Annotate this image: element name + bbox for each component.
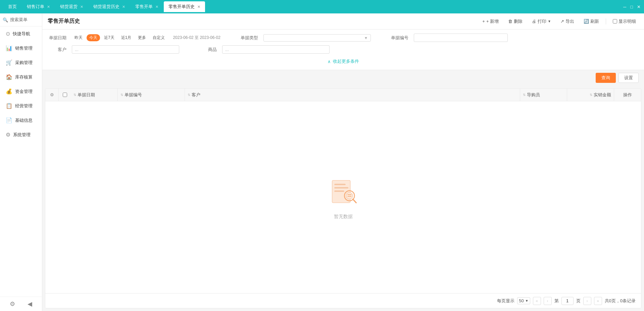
last-page-button[interactable]: » bbox=[594, 297, 602, 305]
sidebar-search-label: 搜索菜单 bbox=[10, 17, 28, 23]
add-button[interactable]: + + 新增 bbox=[480, 17, 501, 26]
th-ops-label: 操作 bbox=[623, 92, 632, 98]
display-detail-checkbox[interactable] bbox=[613, 19, 617, 23]
sidebar-item-inventory[interactable]: 🏠 库存核算 bbox=[0, 70, 42, 84]
sidebar-item-sys-mgmt-label: 系统管理 bbox=[13, 132, 31, 138]
tab-retail-history-close[interactable]: ✕ bbox=[197, 5, 200, 9]
date-filter-label: 单据日期 bbox=[48, 35, 66, 41]
search-icon: 🔍 bbox=[3, 17, 8, 22]
goods-select[interactable]: ... bbox=[222, 45, 330, 54]
doc-type-label: 单据类型 bbox=[239, 35, 258, 41]
sidebar-item-sys-mgmt[interactable]: ⚙ 系统管理 bbox=[0, 127, 42, 142]
date-btn-last7[interactable]: 近7天 bbox=[101, 34, 117, 41]
empty-state: 暂无数据 bbox=[45, 101, 641, 293]
tab-sales-return-history-close[interactable]: ✕ bbox=[122, 5, 125, 9]
tab-sales-order-label: 销售订单 bbox=[27, 4, 44, 10]
top-bar: 首页 销售订单 ✕ 销货退货 ✕ 销货退货历史 ✕ 零售开单 ✕ 零售开单历史 … bbox=[0, 0, 644, 13]
next-page-button[interactable]: › bbox=[583, 297, 591, 305]
tab-home[interactable]: 首页 bbox=[3, 1, 21, 12]
date-filter-buttons: 昨天 今天 近7天 近1月 更多 自定义 bbox=[72, 34, 167, 41]
ops-mgmt-icon: 📋 bbox=[6, 103, 12, 109]
page-label-suffix: 页 bbox=[576, 298, 581, 304]
sidebar-item-ops-mgmt-label: 经营管理 bbox=[15, 103, 33, 109]
window-controls: ─ □ ✕ bbox=[623, 4, 641, 9]
doc-type-select[interactable]: ▼ bbox=[263, 34, 371, 42]
sidebar-item-basic-info[interactable]: 📄 基础信息 bbox=[0, 113, 42, 127]
sidebar-item-basic-info-label: 基础信息 bbox=[15, 117, 33, 123]
page-label-pre: 第 bbox=[554, 298, 559, 304]
window-close-button[interactable]: ✕ bbox=[637, 4, 641, 9]
settings-icon[interactable]: ⚙ bbox=[10, 300, 15, 308]
tab-retail-history[interactable]: 零售开单历史 ✕ bbox=[164, 1, 205, 12]
th-guide[interactable]: ⇅ 导购员 bbox=[520, 89, 567, 101]
add-icon: + bbox=[482, 19, 485, 24]
export-button[interactable]: ↗ 导出 bbox=[558, 17, 577, 26]
sort-icon-amount: ⇅ bbox=[590, 93, 592, 97]
collapse-sidebar-icon[interactable]: ◀ bbox=[28, 300, 32, 308]
sort-icon-date: ⇅ bbox=[73, 93, 76, 97]
page-header: 零售开单历史 + + 新增 🗑 删除 🖨 打印 ▼ ↗ 导出 bbox=[42, 13, 644, 30]
inventory-icon: 🏠 bbox=[6, 74, 12, 80]
date-btn-last-month[interactable]: 近1月 bbox=[118, 34, 134, 41]
date-btn-today[interactable]: 今天 bbox=[87, 34, 100, 41]
sidebar-item-sales-mgmt-label: 销售管理 bbox=[15, 45, 33, 51]
sidebar-item-finance-label: 资金管理 bbox=[15, 89, 33, 95]
sidebar-search[interactable]: 🔍 搜索菜单 bbox=[0, 13, 42, 27]
svg-rect-1 bbox=[334, 184, 345, 185]
window-max-button[interactable]: □ bbox=[630, 4, 633, 9]
sidebar-item-ops-mgmt[interactable]: 📋 经营管理 bbox=[0, 99, 42, 113]
th-no[interactable]: ⇅ 单据编号 bbox=[118, 89, 185, 101]
tab-sales-order[interactable]: 销售订单 ✕ bbox=[22, 1, 55, 12]
table-settings-icon[interactable]: ⚙ bbox=[45, 89, 59, 101]
customer-select[interactable]: ... bbox=[72, 45, 179, 54]
table-select-all[interactable] bbox=[59, 89, 71, 101]
tab-sales-return-history[interactable]: 销货退货历史 ✕ bbox=[89, 1, 130, 12]
select-all-checkbox[interactable] bbox=[63, 93, 67, 97]
page-number-input[interactable] bbox=[561, 297, 574, 305]
tab-sales-return[interactable]: 销货退货 ✕ bbox=[55, 1, 88, 12]
tab-retail-open-close[interactable]: ✕ bbox=[155, 5, 158, 9]
sidebar-item-sales-mgmt[interactable]: 📊 销售管理 bbox=[0, 41, 42, 55]
page-size-select[interactable]: 50 ▼ bbox=[517, 297, 530, 304]
sidebar-item-quick-nav-label: 快捷导航 bbox=[13, 31, 30, 37]
sidebar-item-finance[interactable]: 💰 资金管理 bbox=[0, 84, 42, 99]
prev-page-button[interactable]: ‹ bbox=[544, 297, 552, 305]
date-btn-more[interactable]: 更多 bbox=[135, 34, 149, 41]
refresh-button[interactable]: 🔄 刷新 bbox=[581, 17, 602, 26]
table-area: ⚙ ⇅ 单据日期 ⇅ 单据编号 ⇅ 客户 ⇅ 导购员 bbox=[45, 88, 641, 308]
export-icon: ↗ bbox=[560, 19, 564, 24]
date-btn-yesterday[interactable]: 昨天 bbox=[72, 34, 85, 41]
sidebar-item-quick-nav[interactable]: ⊙ 快捷导航 bbox=[0, 27, 42, 41]
tab-bar: 首页 销售订单 ✕ 销货退货 ✕ 销货退货历史 ✕ 零售开单 ✕ 零售开单历史 … bbox=[3, 1, 623, 12]
th-customer[interactable]: ⇅ 客户 bbox=[185, 89, 520, 101]
tab-sales-order-close[interactable]: ✕ bbox=[47, 5, 50, 9]
content-area: 零售开单历史 + + 新增 🗑 删除 🖨 打印 ▼ ↗ 导出 bbox=[42, 13, 644, 311]
sidebar-menu: ⊙ 快捷导航 📊 销售管理 🛒 采购管理 🏠 库存核算 💰 资金管理 📋 bbox=[0, 27, 42, 297]
date-btn-custom[interactable]: 自定义 bbox=[150, 34, 167, 41]
query-button[interactable]: 查询 bbox=[596, 73, 616, 83]
collapse-more-button[interactable]: ∧ 收起更多条件 bbox=[48, 57, 639, 66]
delete-icon: 🗑 bbox=[508, 19, 512, 24]
delete-button[interactable]: 🗑 删除 bbox=[505, 17, 525, 26]
th-date[interactable]: ⇅ 单据日期 bbox=[71, 89, 118, 101]
tab-sales-return-close[interactable]: ✕ bbox=[80, 5, 83, 9]
main-layout: 🔍 搜索菜单 ⊙ 快捷导航 📊 销售管理 🛒 采购管理 🏠 库存核算 💰 bbox=[0, 13, 644, 311]
window-min-button[interactable]: ─ bbox=[623, 4, 626, 9]
filter-area: 单据日期 昨天 今天 近7天 近1月 更多 自定义 2023-06-02 至 2… bbox=[42, 30, 644, 70]
toolbar: + + 新增 🗑 删除 🖨 打印 ▼ ↗ 导出 🔄 bbox=[480, 17, 639, 26]
doc-no-input[interactable] bbox=[414, 34, 508, 42]
print-label: 打印 bbox=[538, 18, 546, 24]
th-customer-label: 客户 bbox=[192, 92, 200, 98]
tab-retail-open[interactable]: 零售开单 ✕ bbox=[131, 1, 163, 12]
first-page-button[interactable]: « bbox=[533, 297, 541, 305]
table-header: ⚙ ⇅ 单据日期 ⇅ 单据编号 ⇅ 客户 ⇅ 导购员 bbox=[45, 89, 641, 101]
settings-button[interactable]: 设置 bbox=[618, 73, 639, 83]
print-button[interactable]: 🖨 打印 ▼ bbox=[529, 17, 554, 26]
display-detail-button[interactable]: 显示明细 bbox=[610, 17, 639, 26]
sales-mgmt-icon: 📊 bbox=[6, 45, 12, 51]
sidebar-item-inventory-label: 库存核算 bbox=[15, 74, 33, 80]
sidebar-item-purchase-mgmt[interactable]: 🛒 采购管理 bbox=[0, 55, 42, 70]
action-row: 查询 设置 bbox=[42, 70, 644, 86]
th-amount[interactable]: ⇅ 实销金额 bbox=[567, 89, 614, 101]
th-amount-label: 实销金额 bbox=[594, 92, 611, 98]
